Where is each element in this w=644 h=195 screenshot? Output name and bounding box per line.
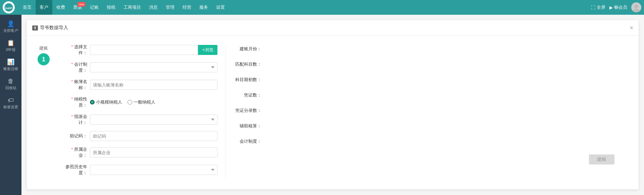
- dialog-title: ⬆ 导爷数据导入: [32, 25, 68, 31]
- nav-item-message[interactable]: 消息: [145, 0, 162, 15]
- info-row-auxiliary: 辅助核算：: [234, 121, 628, 131]
- form-label-accountant: 指派会计：: [63, 114, 90, 126]
- form-row-bookname: 账簿名称：: [63, 79, 217, 91]
- member-button[interactable]: ▶ 畅会员: [609, 4, 627, 10]
- nav-item-home[interactable]: 首页: [19, 0, 36, 15]
- form-label-shortcode: 助记码：: [63, 133, 90, 139]
- info-panel: 建账月份： 匹配科目数： 科目期初数： 凭证数：: [226, 44, 628, 181]
- form-label-file: 选择文件：: [63, 44, 90, 56]
- info-label-match: 匹配科目数：: [234, 61, 264, 67]
- info-label-auxiliary: 辅助核算：: [234, 123, 264, 129]
- form-row-file: 选择文件： +浏览: [63, 44, 217, 56]
- dialog-panel: ⬆ 导爷数据导入 × 建账 1 选择文件：: [27, 20, 639, 189]
- form-label-accounting: 会计制度：: [63, 61, 90, 73]
- fullscreen-icon: ⛶: [591, 5, 595, 10]
- dialog-body: 建账 1 选择文件： +浏览 会计制度：: [27, 36, 639, 189]
- nav-item-invoice[interactable]: 票据 new: [69, 0, 86, 15]
- radio-general-label: 一般纳税人: [134, 99, 155, 105]
- nav-item-settings[interactable]: 设置: [212, 0, 229, 15]
- info-row-month: 建账月份：: [234, 44, 628, 54]
- app-logo: EaRP: [3, 1, 15, 13]
- accounting-select[interactable]: [90, 62, 217, 72]
- account-migrate-icon: 📊: [7, 59, 14, 65]
- sidebar-label-tag-settings: 标签设置: [3, 105, 18, 110]
- dialog-close-button[interactable]: ×: [630, 25, 633, 31]
- info-row-voucher-entry: 凭证分录数：: [234, 106, 628, 116]
- nav-item-tax[interactable]: 报税: [103, 0, 119, 15]
- radio-small-label: 小规模纳税人: [96, 99, 122, 105]
- info-label-initial: 科目期初数：: [234, 77, 264, 83]
- content-area: ⬆ 导爷数据导入 × 建账 1 选择文件：: [21, 15, 644, 195]
- recycle-icon: 🗑: [8, 78, 14, 84]
- dialog-header: ⬆ 导爷数据导入 ×: [27, 20, 639, 36]
- info-row-initial: 科目期初数：: [234, 75, 628, 85]
- nav-badge-new: new: [78, 2, 85, 7]
- historyyear-select[interactable]: [90, 165, 217, 175]
- sidebar-item-account-migrate[interactable]: 📊 账套迁移: [0, 56, 21, 75]
- build-account-button[interactable]: 建账: [589, 154, 614, 165]
- main-area: 👤 全部客户 📋 0申报 📊 账套迁移 🗑 回收站 🏷 标签设置 ⬆ 导爷数: [0, 15, 644, 195]
- shortcode-input[interactable]: [90, 131, 217, 141]
- info-label-voucher: 凭证数：: [234, 92, 264, 98]
- sidebar-item-recycle[interactable]: 🗑 回收站: [0, 75, 21, 94]
- info-row-voucher: 凭证数：: [234, 90, 628, 100]
- form-row-shortcode: 助记码：: [63, 131, 217, 141]
- file-input-wrapper: +浏览: [90, 45, 217, 55]
- nav-item-service[interactable]: 服务: [195, 0, 212, 15]
- form-label-historyyear: 参照历史年度：: [63, 164, 90, 176]
- nav-item-bookkeeping[interactable]: 记账: [86, 0, 103, 15]
- form-row-taxtype: 纳税性质： 小规模纳税人 一般纳税人: [63, 96, 217, 108]
- upload-icon: ⬆: [32, 25, 38, 30]
- form-section: 选择文件： +浏览 会计制度：: [63, 44, 217, 181]
- dialog-title-text: 导爷数据导入: [40, 25, 68, 31]
- info-row-system: 会计制度：: [234, 136, 628, 146]
- form-row-accounting: 会计制度：: [63, 61, 217, 73]
- tax-type-radio-group: 小规模纳税人 一般纳税人: [90, 99, 217, 105]
- form-label-company: 所属企业：: [63, 146, 90, 158]
- bookname-input[interactable]: [90, 80, 217, 90]
- form-label-bookname: 账簿名称：: [63, 79, 90, 91]
- company-input[interactable]: [90, 147, 217, 157]
- sidebar-item-zero-declare[interactable]: 📋 0申报: [0, 37, 21, 56]
- nav-right-area: ⛶ 全屏 ▶ 畅会员: [591, 2, 641, 12]
- form-row-historyyear: 参照历史年度：: [63, 164, 217, 176]
- sidebar-label-zero-declare: 0申报: [6, 47, 15, 52]
- sidebar: 👤 全部客户 📋 0申报 📊 账套迁移 🗑 回收站 🏷 标签设置: [0, 15, 21, 195]
- nav-item-manage[interactable]: 管理: [162, 0, 179, 15]
- form-label-taxtype: 纳税性质：: [63, 96, 90, 108]
- step-label: 建账: [39, 45, 48, 51]
- radio-small-taxpayer[interactable]: 小规模纳税人: [90, 99, 122, 105]
- sidebar-label-account-migrate: 账套迁移: [3, 66, 18, 71]
- form-row-company: 所属企业：: [63, 146, 217, 158]
- fullscreen-label: 全屏: [597, 4, 605, 10]
- info-row-match: 匹配科目数：: [234, 59, 628, 69]
- member-label: 畅会员: [614, 4, 627, 10]
- fullscreen-button[interactable]: ⛶ 全屏: [591, 4, 605, 10]
- top-navigation: EaRP 首页 客户 收费 票据 new 记账 报税 工商项目 消息 管理 经营…: [0, 0, 644, 15]
- member-icon: ▶: [609, 5, 613, 10]
- radio-general-taxpayer[interactable]: 一般纳税人: [128, 99, 155, 105]
- zero-declare-icon: 📋: [7, 40, 14, 46]
- file-input[interactable]: [90, 45, 198, 55]
- info-label-voucher-entry: 凭证分录数：: [234, 108, 264, 114]
- tag-icon: 🏷: [8, 97, 14, 103]
- svg-point-3: [633, 9, 640, 12]
- nav-item-operation[interactable]: 经营: [179, 0, 195, 15]
- sidebar-item-all-clients[interactable]: 👤 全部客户: [0, 17, 21, 37]
- nav-item-business[interactable]: 工商项目: [119, 0, 145, 15]
- svg-text:EaRP: EaRP: [5, 7, 13, 10]
- sidebar-label-recycle: 回收站: [5, 85, 16, 90]
- nav-item-fee[interactable]: 收费: [52, 0, 69, 15]
- browse-button[interactable]: +浏览: [198, 45, 217, 55]
- accountant-select[interactable]: [90, 115, 217, 125]
- step-circle: 1: [38, 53, 50, 65]
- avatar[interactable]: [631, 2, 641, 12]
- svg-point-2: [634, 4, 638, 8]
- radio-small-input[interactable]: [90, 100, 95, 105]
- radio-general-input[interactable]: [128, 100, 132, 105]
- sidebar-item-tag-settings[interactable]: 🏷 标签设置: [0, 94, 21, 113]
- step-section: 建账 1: [38, 44, 50, 181]
- nav-menu: 首页 客户 收费 票据 new 记账 报税 工商项目 消息 管理 经营 服务 设…: [19, 0, 591, 15]
- nav-item-client[interactable]: 客户: [36, 0, 52, 15]
- all-clients-icon: 👤: [7, 21, 14, 27]
